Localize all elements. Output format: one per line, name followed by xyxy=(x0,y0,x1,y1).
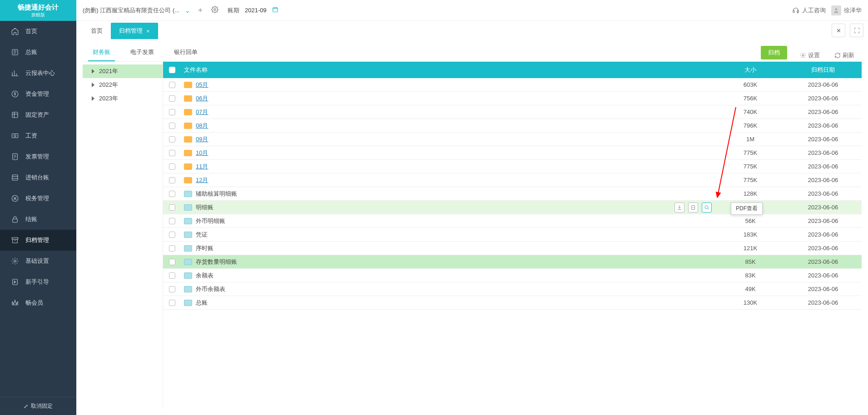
add-company-icon[interactable]: ＋ xyxy=(196,5,205,15)
file-size: 56K xyxy=(716,217,784,224)
row-checkbox[interactable] xyxy=(169,177,175,183)
sidebar-collapse[interactable]: ⤢ 取消固定 xyxy=(0,397,76,415)
sidebar-item-home[interactable]: 首页 xyxy=(0,21,76,42)
tab-归档管理[interactable]: 归档管理× xyxy=(111,23,158,39)
sidebar-item-lock[interactable]: 结账 xyxy=(0,209,76,230)
row-checkbox[interactable] xyxy=(169,95,175,102)
sidebar-item-settings[interactable]: 基础设置 xyxy=(0,251,76,272)
refresh-button[interactable]: 刷新 xyxy=(833,51,856,59)
period-value[interactable]: 2021-09 xyxy=(245,7,267,14)
sidebar-item-label: 进销台账 xyxy=(25,173,49,182)
sidebar-item-vip[interactable]: 畅会员 xyxy=(0,292,76,313)
row-checkbox[interactable] xyxy=(169,109,175,115)
file-name-link[interactable]: 12月 xyxy=(196,176,208,184)
tree-item-2021年[interactable]: 2021年 xyxy=(83,64,163,78)
file-name-link[interactable]: 06月 xyxy=(196,94,208,103)
table-row[interactable]: 凭证183K2023-06-06 xyxy=(163,228,862,242)
sidebar-item-book[interactable]: 进销台账 xyxy=(0,167,76,188)
row-checkbox[interactable] xyxy=(169,272,175,279)
col-name: 文件名称 xyxy=(181,66,716,74)
row-checkbox[interactable] xyxy=(169,191,175,197)
file-name: 余额表 xyxy=(196,272,213,280)
archive-date: 2023-06-06 xyxy=(784,286,862,292)
subtab-财务账[interactable]: 财务账 xyxy=(88,44,115,61)
fullscreen-button[interactable]: ⛶ xyxy=(850,24,863,37)
company-selector-label[interactable]: (勿删) 江西服宝精品有限责任公司 (... xyxy=(83,6,179,15)
tree-item-2023年[interactable]: 2023年 xyxy=(83,92,163,105)
table-row[interactable]: 08月796K2023-06-06 xyxy=(163,119,862,133)
row-checkbox[interactable] xyxy=(169,300,175,306)
pdf-view-icon[interactable] xyxy=(702,203,712,212)
row-checkbox[interactable] xyxy=(169,286,175,292)
file-name-link[interactable]: 10月 xyxy=(196,149,208,157)
archive-date: 2023-06-06 xyxy=(784,81,862,88)
table-row[interactable]: 外币余额表49K2023-06-06 xyxy=(163,282,862,296)
row-checkbox[interactable] xyxy=(169,136,175,143)
company-chevron-icon[interactable]: ⌄ xyxy=(185,7,190,14)
gear-icon xyxy=(800,52,806,59)
sidebar-item-ledger[interactable]: 总账 xyxy=(0,42,76,63)
row-checkbox[interactable] xyxy=(169,245,175,252)
settings-label: 设置 xyxy=(808,51,820,59)
sidebar-item-guide[interactable]: 新手引导 xyxy=(0,272,76,292)
table-row[interactable]: 05月603K2023-06-06 xyxy=(163,78,862,92)
row-checkbox[interactable] xyxy=(169,163,175,170)
file-name-link[interactable]: 07月 xyxy=(196,108,208,116)
row-checkbox[interactable] xyxy=(169,259,175,265)
calendar-icon[interactable] xyxy=(272,6,278,14)
file-name-link[interactable]: 05月 xyxy=(196,81,208,89)
company-settings-icon[interactable] xyxy=(210,6,219,15)
table-row[interactable]: 10月775K2023-06-06 xyxy=(163,146,862,160)
row-checkbox[interactable] xyxy=(169,150,175,156)
sidebar-item-invoice[interactable]: 发票管理 xyxy=(0,146,76,167)
table-row[interactable]: 存货数量明细账85K2023-06-06 xyxy=(163,255,862,269)
file-grid: 文件名称 大小 归档日期 05月603K2023-06-0606月756K202… xyxy=(163,62,862,409)
table-row[interactable]: 外币明细账56K2023-06-06 xyxy=(163,214,862,228)
file-name: 凭证 xyxy=(196,231,208,239)
salary-icon xyxy=(11,132,19,140)
table-row[interactable]: 11月775K2023-06-06 xyxy=(163,160,862,173)
settings-button[interactable]: 设置 xyxy=(798,51,822,59)
pdf-icon[interactable] xyxy=(688,203,698,212)
table-row[interactable]: 12月775K2023-06-06 xyxy=(163,173,862,187)
archive-date: 2023-06-06 xyxy=(784,204,862,211)
file-size: 49K xyxy=(716,286,784,292)
file-name-link[interactable]: 08月 xyxy=(196,122,208,130)
sidebar-item-asset[interactable]: 固定资产 xyxy=(0,104,76,125)
file-name-link[interactable]: 09月 xyxy=(196,135,208,143)
table-row[interactable]: 总账130K2023-06-06 xyxy=(163,296,862,310)
tree-item-2022年[interactable]: 2022年 xyxy=(83,78,163,92)
file-name: 序时账 xyxy=(196,244,213,252)
table-row[interactable]: 07月740K2023-06-06 xyxy=(163,105,862,119)
table-row[interactable]: 06月756K2023-06-06 xyxy=(163,92,862,105)
row-checkbox[interactable] xyxy=(169,232,175,238)
file-name-link[interactable]: 11月 xyxy=(196,163,208,171)
row-checkbox[interactable] xyxy=(169,123,175,129)
close-icon[interactable]: × xyxy=(146,28,150,35)
file-size: 183K xyxy=(716,231,784,238)
table-row[interactable]: 09月1M2023-06-06 xyxy=(163,133,862,146)
sidebar-item-archive[interactable]: 归档管理 xyxy=(0,230,76,251)
table-row[interactable]: 序时账121K2023-06-06 xyxy=(163,242,862,255)
sidebar-item-tax[interactable]: 税务管理 xyxy=(0,188,76,209)
user-menu[interactable]: 徐泽华 xyxy=(831,5,862,15)
support-link[interactable]: 人工咨询 xyxy=(792,6,826,15)
download-icon[interactable] xyxy=(675,203,684,212)
tab-首页[interactable]: 首页 xyxy=(83,23,111,39)
table-row[interactable]: 辅助核算明细账128K2023-06-06 xyxy=(163,187,862,201)
select-all-checkbox[interactable] xyxy=(169,67,175,73)
row-checkbox[interactable] xyxy=(169,218,175,224)
sidebar-item-chart[interactable]: 云报表中心 xyxy=(0,63,76,84)
archive-date: 2023-06-06 xyxy=(784,149,862,156)
table-row[interactable]: 余额表83K2023-06-06 xyxy=(163,269,862,282)
close-all-tabs-button[interactable]: ✕ xyxy=(832,24,845,37)
archive-button[interactable]: 归档 xyxy=(761,46,787,59)
sidebar-item-salary[interactable]: 工资 xyxy=(0,125,76,146)
sidebar-item-money[interactable]: 资金管理 xyxy=(0,84,76,104)
subtab-银行回单[interactable]: 银行回单 xyxy=(169,44,202,61)
row-checkbox[interactable] xyxy=(169,204,175,211)
row-checkbox[interactable] xyxy=(169,82,175,88)
sidebar-item-label: 工资 xyxy=(25,132,37,140)
file-icon xyxy=(184,232,192,238)
subtab-电子发票[interactable]: 电子发票 xyxy=(126,44,159,61)
